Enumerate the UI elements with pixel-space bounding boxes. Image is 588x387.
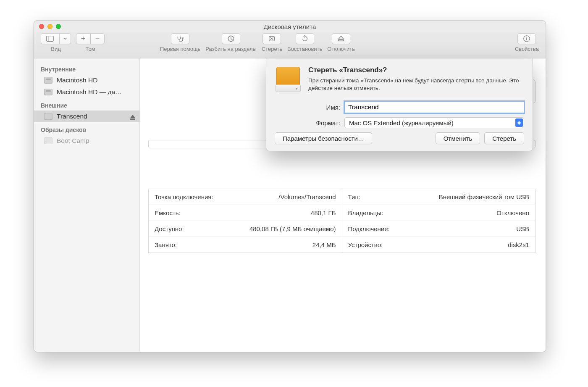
dialog-title: Стереть «Transcend»? bbox=[308, 66, 524, 74]
minimize-window-button[interactable] bbox=[47, 24, 52, 29]
toolbar-unmount-label: Отключить bbox=[327, 46, 355, 52]
eject-icon bbox=[337, 35, 345, 42]
sidebar-item-label: Boot Camp bbox=[57, 137, 89, 145]
name-label: Имя: bbox=[310, 104, 340, 111]
sidebar-item-macintosh-hd-data[interactable]: Macintosh HD — да… bbox=[34, 86, 139, 98]
erase-confirm-button[interactable]: Стереть bbox=[484, 132, 524, 144]
sidebar-item-label: Macintosh HD — да… bbox=[57, 88, 122, 96]
detail-row: Емкость:480,1 ГБ bbox=[149, 205, 342, 221]
plus-icon: + bbox=[81, 35, 86, 42]
detail-row: Устройство:disk2s1 bbox=[342, 237, 536, 253]
toolbar-restore-label: Восстановить bbox=[287, 46, 322, 52]
sidebar-item-label: Transcend bbox=[57, 113, 87, 120]
detail-row: Доступно:480,08 ГБ (7,9 МБ очищаемо) bbox=[149, 221, 342, 237]
toolbar-view-label: Вид bbox=[51, 46, 61, 52]
first-aid-button[interactable] bbox=[171, 33, 189, 44]
eject-icon[interactable] bbox=[130, 115, 135, 118]
volume-details: Точка подключения:/Volumes/Transcend Емк… bbox=[148, 189, 536, 253]
partition-button[interactable] bbox=[222, 33, 240, 44]
sidebar-item-macintosh-hd[interactable]: Macintosh HD bbox=[34, 74, 139, 86]
detail-row: Занято:24,4 МБ bbox=[149, 237, 342, 253]
external-drive-icon bbox=[275, 66, 302, 93]
sidebar-item-label: Macintosh HD bbox=[57, 76, 97, 84]
svg-rect-5 bbox=[339, 40, 344, 41]
dialog-message: При стирании тома «Transcend» на нем буд… bbox=[308, 77, 524, 92]
format-value: Mac OS Extended (журналируемый) bbox=[349, 119, 454, 126]
details-left-column: Точка подключения:/Volumes/Transcend Емк… bbox=[149, 189, 342, 253]
svg-rect-0 bbox=[47, 36, 53, 42]
titlebar: Дисковая утилита bbox=[34, 21, 546, 32]
svg-point-2 bbox=[182, 37, 183, 39]
erase-button[interactable] bbox=[262, 33, 281, 44]
info-icon bbox=[523, 35, 530, 42]
zoom-window-button[interactable] bbox=[56, 24, 61, 29]
sidebar-item-transcend[interactable]: Transcend bbox=[34, 111, 139, 122]
sidebar-images-header: Образы дисков bbox=[34, 122, 139, 135]
restore-button[interactable] bbox=[296, 33, 314, 44]
external-disk-icon bbox=[44, 113, 52, 120]
internal-disk-icon bbox=[44, 77, 52, 84]
window-controls bbox=[34, 24, 61, 29]
detail-row: Точка подключения:/Volumes/Transcend bbox=[149, 189, 342, 205]
format-label: Формат: bbox=[310, 119, 340, 126]
toolbar: Вид + − Том Первая помощь Р bbox=[34, 32, 546, 58]
internal-disk-icon bbox=[44, 89, 52, 95]
svg-rect-8 bbox=[527, 38, 528, 40]
cancel-button[interactable]: Отменить bbox=[436, 132, 480, 144]
window-title: Дисковая утилита bbox=[34, 23, 546, 30]
main-content: 480,1 ГБ Точка подключения:/Volumes/Tran… bbox=[140, 58, 546, 352]
sidebar-internal-header: Внутренние bbox=[34, 62, 139, 74]
sidebar-toggle-button[interactable] bbox=[41, 33, 59, 44]
name-input[interactable] bbox=[344, 101, 524, 113]
close-window-button[interactable] bbox=[39, 24, 44, 29]
disk-image-icon bbox=[44, 137, 52, 144]
erase-dialog: Стереть «Transcend»? При стирании тома «… bbox=[266, 58, 533, 151]
sidebar-item-boot-camp[interactable]: Boot Camp bbox=[34, 135, 139, 147]
svg-point-7 bbox=[526, 37, 527, 37]
chevron-down-icon bbox=[63, 37, 67, 41]
toolbar-partition-label: Разбить на разделы bbox=[205, 46, 257, 52]
unmount-button[interactable] bbox=[332, 33, 350, 44]
add-volume-button[interactable]: + bbox=[76, 33, 90, 44]
sidebar-external-header: Внешние bbox=[34, 98, 139, 111]
pie-icon bbox=[227, 35, 235, 42]
format-select[interactable]: Mac OS Extended (журналируемый) bbox=[344, 117, 524, 128]
info-button[interactable] bbox=[517, 33, 536, 44]
stethoscope-icon bbox=[176, 35, 184, 42]
detail-row: Владельцы:Отключено bbox=[342, 205, 536, 221]
select-stepper-icon bbox=[515, 118, 523, 127]
detail-row: Подключение:USB bbox=[342, 221, 536, 237]
disk-utility-window: Дисковая утилита Вид + − bbox=[34, 20, 546, 352]
toolbar-erase-label: Стереть bbox=[262, 46, 282, 52]
toolbar-volume-label: Том bbox=[85, 46, 95, 52]
erase-icon bbox=[268, 35, 276, 42]
sidebar: Внутренние Macintosh HD Macintosh HD — д… bbox=[34, 58, 140, 352]
security-options-button[interactable]: Параметры безопасности… bbox=[275, 132, 372, 144]
minus-icon: − bbox=[95, 35, 100, 42]
view-menu-button[interactable] bbox=[59, 33, 71, 44]
toolbar-info-label: Свойства bbox=[515, 46, 539, 52]
details-right-column: Тип:Внешний физический том USB Владельцы… bbox=[342, 189, 536, 253]
restore-icon bbox=[301, 35, 309, 42]
toolbar-firstaid-label: Первая помощь bbox=[160, 46, 200, 52]
remove-volume-button[interactable]: − bbox=[90, 33, 105, 44]
sidebar-icon bbox=[46, 35, 54, 42]
detail-row: Тип:Внешний физический том USB bbox=[342, 189, 536, 205]
